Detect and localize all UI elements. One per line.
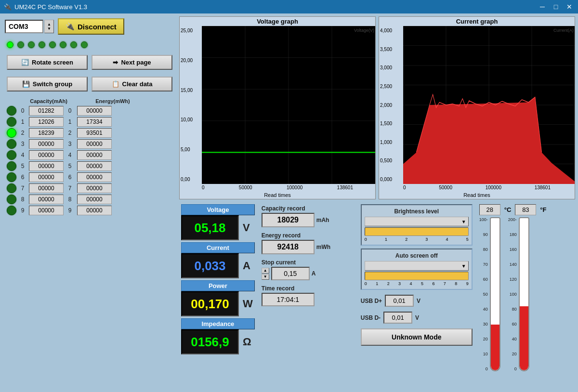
capacity-header: Capacity(mAh): [22, 98, 75, 104]
led-row: [3, 39, 176, 50]
usb-dplus-value: 0,01: [385, 295, 414, 307]
voltage-row: 05,18 V: [181, 215, 255, 240]
maximize-button[interactable]: □: [551, 3, 561, 11]
auto-screen-arrow: ▼: [461, 263, 466, 269]
table-row: 8 00000 8 00000: [7, 195, 172, 204]
nav-buttons: 🔄 Rotate screen ➡ Next page: [3, 53, 176, 72]
power-row: 00,170 W: [181, 291, 255, 316]
row-led-9: [7, 206, 16, 215]
disconnect-button[interactable]: 🔌 Disconnect: [58, 18, 124, 35]
app-icon: 🔌: [4, 3, 12, 11]
led-4: [49, 41, 56, 48]
capacity-record: Capacity record 18029 mAh: [262, 204, 354, 227]
capacity-9: 00000: [29, 206, 64, 215]
energy-record-label: Energy record: [262, 231, 354, 240]
table-row: 9 00000 9 00000: [7, 206, 172, 215]
rotate-screen-button[interactable]: 🔄 Rotate screen: [7, 55, 88, 70]
capacity-record-value: 18029: [262, 213, 315, 227]
voltage-x-axis: 0 50000 100000 138601: [180, 184, 375, 191]
energy-record-row: 92418 mWh: [262, 240, 354, 254]
fahrenheit-fill: [520, 306, 528, 370]
energy-record: Energy record 92418 mWh: [262, 231, 354, 254]
unknown-mode-button[interactable]: Unknown Mode: [361, 328, 473, 346]
stop-current-value: 0,15: [271, 267, 310, 280]
energy-4: 00000: [77, 150, 112, 160]
voltage-unit: V: [241, 222, 252, 234]
fahrenheit-tube: [519, 217, 529, 371]
usb-dminus-unit: V: [415, 314, 419, 321]
fahrenheit-scale: 200-180160140120100806040200: [508, 217, 517, 371]
led-0: [7, 41, 13, 48]
main-window: COM3 ▲ ▼ 🔌 Disconnect: [0, 13, 578, 392]
energy-8: 00000: [77, 195, 112, 204]
records-col: Capacity record 18029 mAh Energy record …: [260, 202, 356, 389]
thermo-col: 28 °C 83 °F 100-9080706050403020100: [477, 202, 575, 389]
usb-dplus-row: USB D+ 0,01 V: [361, 295, 473, 307]
capacity-2: 18239: [29, 128, 64, 138]
fahrenheit-display: 83: [515, 204, 536, 215]
auto-screen-title: Auto screen off: [365, 252, 469, 259]
voltage-section: Voltage 05,18 V: [181, 204, 255, 240]
voltage-y-axis: 25,00 20,00 15,00 10,00 5,00 0,00: [180, 26, 202, 184]
impedance-unit: Ω: [241, 336, 253, 348]
stop-current-arrows: ▲ ▼: [262, 268, 269, 280]
time-record: Time record 17:04:1: [262, 284, 354, 306]
row-led-2: [7, 128, 16, 138]
clear-data-button[interactable]: 📋 Clear data: [92, 77, 172, 91]
table-row: 5 00000 5 00000: [7, 161, 172, 171]
com-select: COM3 ▲ ▼: [5, 20, 54, 33]
rotate-icon: 🔄: [21, 59, 29, 66]
celsius-unit: °C: [504, 206, 512, 213]
capacity-4: 00000: [29, 150, 64, 160]
current-row: 0,033 A: [181, 253, 255, 278]
table-header: Capacity(mAh) Energy(mWh): [7, 98, 172, 104]
energy-1: 17334: [77, 117, 112, 127]
switch-icon: 💾: [22, 80, 30, 88]
table-row: 2 18239 2 93501: [7, 128, 172, 138]
row-led-5: [7, 161, 16, 171]
top-controls: COM3 ▲ ▼ 🔌 Disconnect: [3, 16, 176, 37]
power-display: 00,170: [181, 291, 239, 316]
brightness-slider[interactable]: [365, 227, 469, 236]
stop-current-up[interactable]: ▲: [262, 268, 269, 274]
switch-group-button[interactable]: 💾 Switch group: [7, 77, 88, 91]
voltage-display: 05,18: [181, 215, 239, 240]
auto-screen-slider[interactable]: [365, 272, 469, 280]
energy-9: 00000: [77, 206, 112, 215]
led-5: [60, 41, 66, 48]
stop-current-down[interactable]: ▼: [262, 274, 269, 280]
action-buttons: 💾 Switch group 📋 Clear data: [3, 75, 176, 93]
led-7: [81, 41, 88, 48]
close-button[interactable]: ✕: [565, 3, 574, 11]
current-label: Current: [181, 242, 255, 253]
led-2: [28, 41, 35, 48]
fahrenheit-unit: °F: [540, 206, 546, 213]
minimize-button[interactable]: ─: [538, 3, 547, 11]
current-x-axis: 0 50000 100000 138601: [379, 184, 575, 191]
capacity-6: 00000: [29, 172, 64, 182]
voltage-x-label: Read times: [180, 191, 375, 199]
celsius-thermo: 100-9080706050403020100: [479, 217, 500, 387]
usb-dplus-unit: V: [417, 298, 420, 304]
current-x-label: Read times: [379, 191, 575, 199]
title-bar: 🔌 UM24C PC Software V1.3 ─ □ ✕: [0, 0, 578, 13]
table-row: 7 00000 7 00000: [7, 183, 172, 193]
capacity-3: 00000: [29, 139, 64, 149]
row-led-8: [7, 195, 16, 204]
brightness-dropdown[interactable]: ▼: [365, 217, 469, 226]
left-panel: COM3 ▲ ▼ 🔌 Disconnect: [3, 16, 176, 389]
capacity-record-row: 18029 mAh: [262, 213, 354, 227]
energy-7: 00000: [77, 183, 112, 193]
data-table: Capacity(mAh) Energy(mWh) 0 01282 0 0000…: [3, 96, 176, 389]
impedance-label: Impedance: [181, 318, 255, 329]
usb-dminus-value: 0,01: [383, 312, 412, 324]
stop-current: Stop current ▲ ▼ 0,15 A: [262, 258, 354, 280]
usb-dminus-row: USB D- 0,01 V: [361, 312, 473, 324]
window-controls: ─ □ ✕: [538, 3, 574, 11]
celsius-scale: 100-9080706050403020100: [479, 217, 488, 371]
power-label: Power: [181, 280, 255, 291]
auto-screen-dropdown[interactable]: ▼: [365, 261, 469, 271]
brightness-labels: 012345: [365, 237, 469, 242]
next-page-button[interactable]: ➡ Next page: [92, 55, 172, 70]
com-arrow-btn[interactable]: ▲ ▼: [44, 20, 54, 33]
